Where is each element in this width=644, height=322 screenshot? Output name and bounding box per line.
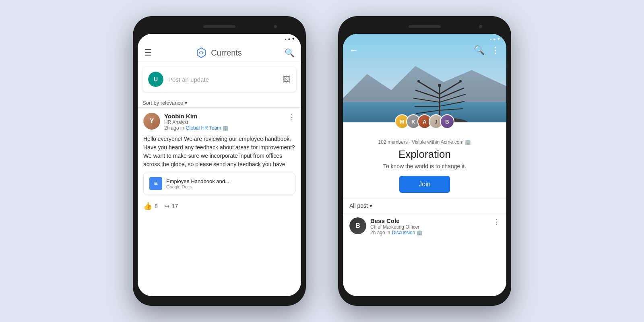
phone-1-speaker (203, 25, 235, 28)
group-hero-image: ← 🔍 ⋮ (343, 34, 506, 122)
post-content: Hello everyone! We are reviewing our emp… (143, 135, 295, 169)
group-post-header: B Bess Cole Chief Marketing Officer 2h a… (349, 217, 500, 235)
signal-icon-2: ▪ (490, 37, 491, 41)
status-icons-2: ▪ ● ▾ (490, 36, 500, 41)
sort-arrow-icon: ▾ (185, 100, 187, 106)
all-post-label: All post (349, 202, 368, 209)
svg-point-17 (417, 80, 420, 83)
battery-icon-2: ▾ (497, 36, 500, 41)
doc-attachment[interactable]: ≡ Employee Handbook and... Google Docs (143, 173, 295, 194)
image-attach-icon[interactable]: 🖼 (283, 75, 291, 84)
members-line: 102 members · Visible within Acme.com 🏢 (349, 139, 500, 145)
visibility-icon: 🏢 (465, 139, 471, 145)
poster-info: Yoobin Kim HR Analyst 2h ago in Global H… (164, 113, 229, 131)
all-post-arrow: ▾ (369, 202, 372, 209)
poster-name: Yoobin Kim (164, 113, 229, 120)
timestamp-text: 2h ago in (164, 125, 184, 131)
app-name: Currents (211, 48, 242, 58)
post-update-placeholder[interactable]: Post an update (168, 76, 278, 83)
doc-type-icon: ≡ (149, 177, 162, 190)
community-link[interactable]: Global HR Team (186, 125, 221, 131)
doc-info: Employee Handbook and... Google Docs (166, 178, 229, 189)
poster-timestamp: 2h ago in Global HR Team 🏢 (164, 125, 229, 131)
signal-icon: ▪ (285, 37, 286, 41)
bess-timestamp: 2h ago in Discussion 🏢 (370, 230, 423, 235)
share-count: 17 (172, 203, 178, 209)
currents-logo-icon (195, 47, 208, 58)
post-actions: 👍 8 ↪ 17 (143, 198, 295, 211)
group-name: Exploration (349, 148, 500, 161)
search-icon-1[interactable]: 🔍 (285, 48, 295, 58)
group-post-more-icon[interactable]: ⋮ (493, 217, 500, 226)
svg-point-0 (200, 52, 202, 54)
group-info-section: 102 members · Visible within Acme.com 🏢 … (343, 134, 506, 198)
share-action[interactable]: ↪ 17 (164, 202, 178, 210)
share-icon[interactable]: ↪ (164, 202, 169, 210)
post-more-icon[interactable]: ⋮ (288, 113, 295, 122)
status-bar-1: ▪ ● ▾ (138, 34, 301, 44)
post-header: Y Yoobin Kim HR Analyst 2h ago in Global… (143, 113, 295, 131)
sort-label: Sort by relevance (142, 100, 183, 106)
group-post-meta: B Bess Cole Chief Marketing Officer 2h a… (349, 217, 423, 235)
wifi-icon-2: ● (493, 37, 496, 41)
group-description: To know the world is to change it. (349, 163, 500, 169)
doc-type-label: Google Docs (166, 184, 229, 189)
phone-2-screen: ▪ ● ▾ (343, 34, 506, 296)
phone-2-notch (343, 21, 506, 32)
phone-1-notch (138, 21, 301, 32)
bess-time: 2h ago in (370, 230, 390, 235)
phone-2-camera (479, 25, 482, 28)
wifi-icon: ● (288, 37, 291, 41)
current-user-avatar-placeholder: U (148, 72, 163, 87)
bess-avatar-img: B (349, 217, 366, 234)
bess-avatar: B (349, 217, 366, 234)
current-user-avatar: U (148, 72, 163, 87)
back-icon[interactable]: ← (349, 45, 358, 55)
menu-icon[interactable]: ☰ (144, 47, 152, 58)
members-text: 102 members · Visible within Acme.com (378, 139, 464, 145)
svg-point-18 (459, 80, 462, 83)
group-feed-card: B Bess Cole Chief Marketing Officer 2h a… (343, 213, 506, 239)
like-action[interactable]: 👍 8 (143, 202, 158, 211)
phone-1-camera (274, 25, 277, 28)
like-icon[interactable]: 👍 (143, 202, 152, 211)
bess-info: Bess Cole Chief Marketing Officer 2h ago… (370, 217, 423, 235)
app-bar-1: ☰ Currents 🔍 (138, 44, 301, 62)
phone-2: ▪ ● ▾ (338, 16, 511, 306)
status-icons-1: ▪ ● ▾ (285, 36, 295, 41)
phone-1: ▪ ● ▾ ☰ Currents (133, 16, 306, 306)
bess-name: Bess Cole (370, 217, 423, 224)
community-type-icon: 🏢 (223, 125, 229, 131)
bess-community-link[interactable]: Discussion (392, 230, 415, 235)
member-avatar-5: B (440, 114, 454, 129)
doc-icon-symbol: ≡ (154, 180, 157, 187)
sort-row[interactable]: Sort by relevance ▾ (138, 97, 301, 107)
poster-role: HR Analyst (164, 120, 229, 125)
phone-2-speaker (409, 25, 441, 28)
search-icon-2[interactable]: 🔍 (474, 45, 485, 56)
bess-role: Chief Marketing Officer (370, 224, 423, 230)
post-meta: Y Yoobin Kim HR Analyst 2h ago in Global… (143, 113, 229, 131)
yoobin-avatar: Y (143, 113, 160, 130)
status-bar-2: ▪ ● ▾ (343, 34, 506, 44)
join-button[interactable]: Join (399, 176, 450, 193)
doc-title: Employee Handbook and... (166, 178, 229, 184)
all-post-row[interactable]: All post ▾ (343, 198, 506, 213)
poster-avatar: Y (143, 113, 160, 130)
post-update-box[interactable]: U Post an update 🖼 (142, 67, 296, 92)
app-title: Currents (195, 47, 242, 58)
member-avatars: M K A J B (395, 114, 454, 129)
more-icon-2[interactable]: ⋮ (491, 45, 500, 56)
battery-icon: ▾ (292, 36, 295, 41)
svg-point-16 (438, 84, 441, 87)
bess-community-icon: 🏢 (417, 230, 423, 235)
feed-card-1: Y Yoobin Kim HR Analyst 2h ago in Global… (138, 108, 301, 215)
phones-container: ▪ ● ▾ ☰ Currents (133, 16, 511, 306)
like-count: 8 (155, 203, 158, 209)
phone-1-screen: ▪ ● ▾ ☰ Currents (138, 34, 301, 296)
